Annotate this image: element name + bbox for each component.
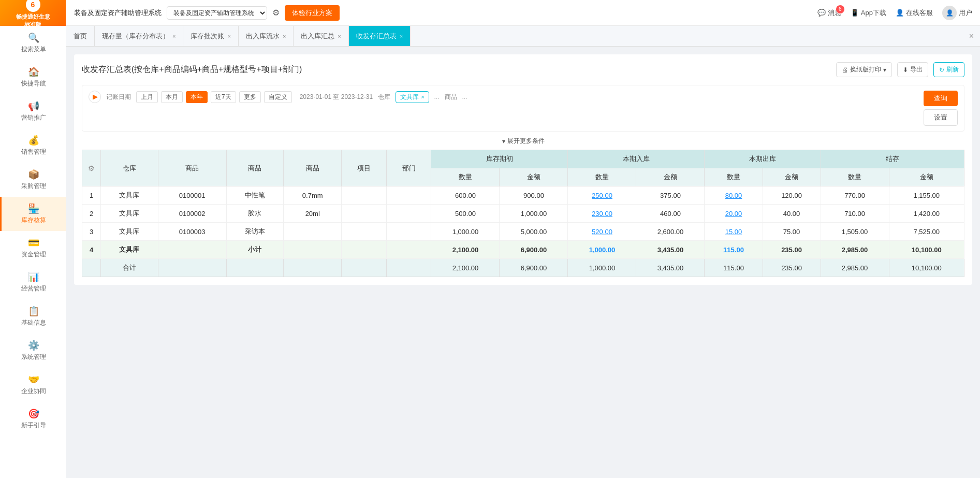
table-row: 1 文具库 0100001 中性笔 0.7mm 600.00 900.00 25… — [82, 186, 964, 205]
tab-inout-flow[interactable]: 出入库流水 × — [239, 26, 294, 47]
cell-out-qty-2[interactable]: 20.00 — [705, 205, 763, 223]
cell-name-1: 中性笔 — [226, 186, 284, 205]
date-btn-this-month[interactable]: 本月 — [161, 91, 183, 103]
cell-in-amt-3: 2,600.00 — [636, 223, 705, 241]
message-button[interactable]: 💬 消息 6 — [817, 8, 841, 18]
system-selector[interactable]: 装备及固定资产辅助管理系统 — [167, 6, 267, 20]
tab-batch-close[interactable]: × — [227, 33, 230, 39]
query-button[interactable]: 查询 — [924, 91, 958, 106]
col-in-header: 本期入库 — [568, 150, 705, 168]
expand-label: 展开更多条件 — [507, 137, 545, 146]
download-icon: 📱 — [851, 9, 859, 17]
tab-inout-summary-close[interactable]: × — [338, 33, 341, 39]
close-all-tabs[interactable]: × — [963, 32, 980, 41]
settings-button[interactable]: 设置 — [924, 109, 958, 126]
cell-dept-1 — [386, 186, 431, 205]
cell-code-3: 0100003 — [158, 223, 226, 241]
logo: 6 畅捷通好生意 标准版 — [0, 0, 66, 26]
refresh-button[interactable]: ↻ 刷新 — [933, 62, 964, 77]
sidebar-item-purchase[interactable]: 📦 采购管理 — [0, 163, 66, 197]
warehouse-more[interactable]: ... — [434, 93, 440, 100]
tab-home[interactable]: 首页 — [66, 26, 95, 47]
tab-inout-flow-close[interactable]: × — [283, 33, 286, 39]
cell-name-2: 胶水 — [226, 205, 284, 223]
col-out-header: 本期出库 — [705, 150, 821, 168]
table-settings-icon[interactable]: ⚙ — [88, 164, 95, 172]
cell-total-project — [342, 259, 387, 277]
main-content: 收发存汇总表(按仓库+商品编码+商品+规格型号+项目+部门) 🖨 换纸版打印 ▾… — [66, 47, 980, 478]
tab-inout-summary[interactable]: 出入库汇总 × — [294, 26, 348, 47]
tab-recv-send-close[interactable]: × — [400, 33, 403, 39]
export-icon: ⬇ — [903, 66, 908, 74]
sidebar-label-inventory: 库存核算 — [21, 216, 46, 225]
cell-subtotal-out-qty[interactable]: 115.00 — [705, 241, 763, 259]
sidebar-item-baseinfo[interactable]: 📋 基础信息 — [0, 299, 66, 334]
date-btn-custom[interactable]: 自定义 — [264, 91, 292, 103]
date-options: 上月 本月 本年 近7天 更多 自定义 — [136, 91, 292, 103]
cell-spec-3 — [284, 223, 342, 241]
filter-expand-btn[interactable]: ▶ — [89, 91, 101, 103]
warehouse-tag-close[interactable]: × — [421, 94, 424, 100]
export-label: 导出 — [910, 65, 923, 74]
service-icon: 👤 — [896, 9, 904, 17]
print-button[interactable]: 🖨 换纸版打印 ▾ — [836, 62, 892, 77]
cell-in-qty-1[interactable]: 250.00 — [568, 186, 636, 205]
date-label: 记账日期 — [106, 93, 131, 102]
sidebar-item-enterprise[interactable]: 🤝 企业协同 — [0, 368, 66, 402]
cell-total-in-amt: 3,435.00 — [636, 259, 705, 277]
cell-subtotal-in-qty[interactable]: 1,000.00 — [568, 241, 636, 259]
cell-in-qty-2[interactable]: 230.00 — [568, 205, 636, 223]
goods-more[interactable]: ... — [462, 93, 467, 100]
tab-batch-label: 库存批次账 — [191, 32, 224, 41]
print-icon: 🖨 — [842, 66, 848, 74]
user-label: 用户 — [959, 8, 972, 18]
cell-out-qty-1[interactable]: 80.00 — [705, 186, 763, 205]
col-out-qty: 数量 — [705, 168, 763, 186]
cell-closing-qty-3: 1,505.00 — [821, 223, 889, 241]
tab-stock-dist-close[interactable]: × — [172, 33, 175, 39]
topbar-right: 💬 消息 6 📱 App下载 👤 在线客服 👤 用户 — [817, 6, 972, 20]
sidebar-item-finance[interactable]: 💳 资金管理 — [0, 231, 66, 265]
col-project-header: 项目 — [342, 150, 387, 186]
cell-code-1: 0100001 — [158, 186, 226, 205]
date-btn-more[interactable]: 更多 — [239, 91, 261, 103]
sidebar-item-marketing[interactable]: 📢 营销推广 — [0, 94, 66, 128]
cell-total-opening-qty: 2,100.00 — [431, 259, 500, 277]
sidebar-item-system[interactable]: ⚙️ 系统管理 — [0, 334, 66, 368]
user-button[interactable]: 👤 用户 — [942, 6, 972, 20]
tab-recv-send[interactable]: 收发存汇总表 × — [349, 26, 411, 47]
export-button[interactable]: ⬇ 导出 — [897, 62, 928, 77]
cell-in-qty-3[interactable]: 520.00 — [568, 223, 636, 241]
tab-stock-dist[interactable]: 现存量（库存分布表） × — [95, 26, 183, 47]
inventory-icon: 🏪 — [28, 203, 39, 214]
sidebar-item-sales[interactable]: 💰 销售管理 — [0, 128, 66, 163]
refresh-icon: ↻ — [939, 66, 944, 74]
expand-more-btn[interactable]: ▾ 展开更多条件 — [502, 137, 545, 146]
date-btn-last-month[interactable]: 上月 — [136, 91, 158, 103]
refresh-label: 刷新 — [946, 65, 959, 74]
cell-opening-amt-3: 5,000.00 — [500, 223, 568, 241]
subtotal-row: 4 文具库 小计 2,100.00 6,900.00 1,000.00 3,43… — [82, 241, 964, 259]
cell-no-3: 3 — [82, 223, 101, 241]
cell-total-spec — [284, 259, 342, 277]
sidebar-item-operation[interactable]: 📊 经营管理 — [0, 265, 66, 299]
gear-icon[interactable]: ⚙ — [272, 8, 280, 18]
date-btn-7days[interactable]: 近7天 — [211, 91, 236, 103]
app-download-button[interactable]: 📱 App下载 — [851, 8, 886, 18]
col-dept-header: 部门 — [386, 150, 431, 186]
online-service-button[interactable]: 👤 在线客服 — [896, 8, 933, 18]
cell-no-1: 1 — [82, 186, 101, 205]
sidebar-item-quicknav[interactable]: 🏠 快捷导航 — [0, 60, 66, 94]
cell-subtotal-out-amt: 235.00 — [763, 241, 821, 259]
sidebar-item-newbie[interactable]: 🎯 新手引导 — [0, 402, 66, 436]
sidebar-label-operation: 经营管理 — [21, 284, 46, 293]
tab-batch[interactable]: 库存批次账 × — [183, 26, 238, 47]
sidebar-item-search[interactable]: 🔍 搜索菜单 — [0, 26, 66, 60]
col-code-header: 商品 — [158, 150, 226, 186]
cell-opening-amt-2: 1,000.00 — [500, 205, 568, 223]
cell-out-qty-3[interactable]: 15.00 — [705, 223, 763, 241]
experience-button[interactable]: 体验行业方案 — [285, 5, 340, 21]
date-btn-this-year[interactable]: 本年 — [186, 91, 208, 103]
sidebar-item-inventory[interactable]: 🏪 库存核算 — [0, 197, 66, 231]
sidebar: 6 畅捷通好生意 标准版 🔍 搜索菜单 🏠 快捷导航 📢 营销推广 💰 销售管理… — [0, 0, 66, 478]
